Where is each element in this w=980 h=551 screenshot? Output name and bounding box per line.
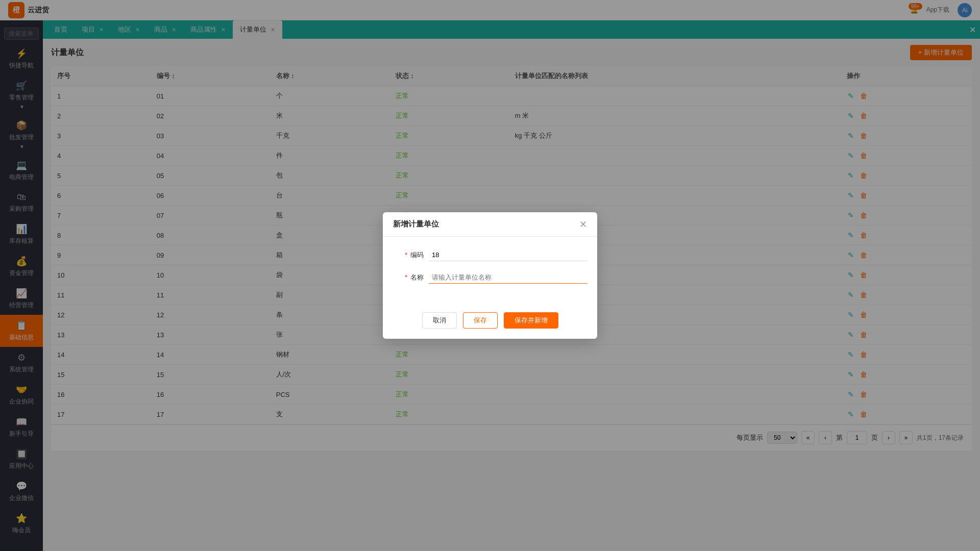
code-form-row: * 编码 xyxy=(393,249,587,261)
modal-footer: 取消 保存 保存并新增 xyxy=(383,306,597,339)
save-button[interactable]: 保存 xyxy=(463,312,498,329)
required-marker: * xyxy=(405,273,407,281)
cancel-button[interactable]: 取消 xyxy=(422,312,457,329)
add-unit-modal: 新增计量单位 ✕ * 编码 * 名称 取消 保存 保存并新增 xyxy=(383,212,597,339)
name-label-text: 名称 xyxy=(410,273,424,281)
name-input[interactable] xyxy=(429,271,587,284)
code-label: * 编码 xyxy=(393,251,424,260)
modal-header: 新增计量单位 ✕ xyxy=(383,212,597,237)
code-label-text: 编码 xyxy=(410,251,424,259)
modal-close-button[interactable]: ✕ xyxy=(579,220,587,229)
save-and-new-button[interactable]: 保存并新增 xyxy=(504,312,558,329)
modal-title: 新增计量单位 xyxy=(393,219,439,229)
modal-body: * 编码 * 名称 xyxy=(383,237,597,306)
required-marker: * xyxy=(405,251,407,259)
modal-overlay[interactable]: 新增计量单位 ✕ * 编码 * 名称 取消 保存 保存并新增 xyxy=(0,0,980,551)
name-label: * 名称 xyxy=(393,273,424,282)
name-form-row: * 名称 xyxy=(393,271,587,284)
code-input[interactable] xyxy=(429,249,587,261)
